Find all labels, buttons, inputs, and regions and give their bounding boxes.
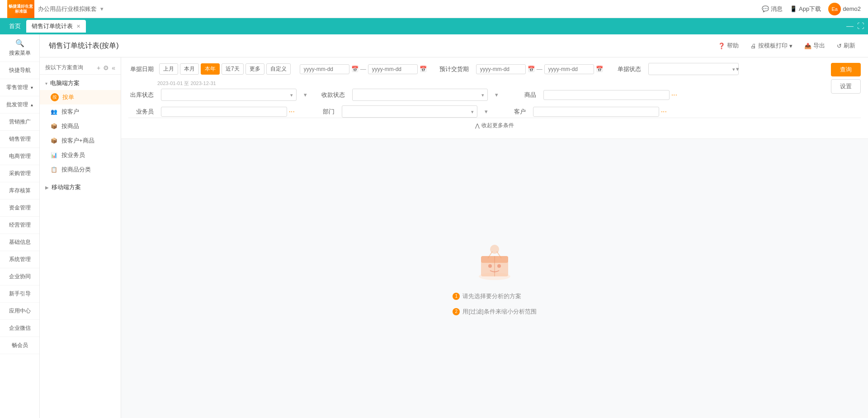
sidebar-search[interactable]: 🔍 搜索菜单 — [0, 34, 39, 62]
salesperson-more-icon[interactable]: ··· — [287, 108, 297, 116]
scheme-item-by-customer[interactable]: 👥 按客户 — [40, 104, 121, 119]
delivery-status-select[interactable] — [161, 89, 297, 101]
tab-stats-label: 销售订单统计表 — [32, 22, 73, 30]
date-this-year[interactable]: 本年 — [201, 63, 220, 75]
goods-scheme-icon: 📦 — [51, 123, 58, 129]
date-this-month[interactable]: 本月 — [180, 63, 199, 75]
delivery-status-label: 出库状态 — [128, 91, 154, 99]
help-button[interactable]: ❓ 帮助 — [714, 40, 742, 52]
tabbar: 首页 销售订单统计表 ✕ — ⛶ — [0, 18, 868, 34]
calendar-to-icon[interactable]: 📅 — [420, 66, 427, 72]
ecommerce-label: 电商管理 — [9, 152, 31, 160]
breadcrumb-arrow-icon[interactable]: ▾ — [100, 5, 104, 12]
scheme-group-mobile-header[interactable]: ▶ 移动端方案 — [40, 180, 121, 194]
sidebar-quick-nav[interactable]: 快捷导航 — [0, 62, 39, 79]
date-more[interactable]: 更多 — [245, 63, 264, 75]
customer-more-icon[interactable]: ··· — [659, 108, 669, 116]
wholesale-label: 批发管理 — [6, 101, 28, 109]
print-arrow-icon: ▾ — [789, 43, 793, 49]
export-button[interactable]: 📤 导出 — [801, 40, 829, 52]
sidebar-item-inventory[interactable]: 库存核算 — [0, 182, 39, 200]
wholesale-arrow-icon: ▴ — [31, 102, 33, 107]
scheme-add-button[interactable]: + — [97, 64, 100, 71]
export-label: 导出 — [813, 42, 825, 50]
sidebar-item-wechat[interactable]: 企业微信 — [0, 320, 39, 337]
sidebar: 🔍 搜索菜单 快捷导航 零售管理 ▾ 批发管理 ▴ 营销推广 销售管理 电商管理… — [0, 34, 40, 418]
sidebar-item-newbie[interactable]: 新手引导 — [0, 285, 39, 303]
sidebar-item-sales[interactable]: 销售管理 — [0, 131, 39, 148]
department-select[interactable] — [342, 105, 477, 118]
sidebar-item-system[interactable]: 系统管理 — [0, 251, 39, 268]
sidebar-item-ecommerce[interactable]: 电商管理 — [0, 148, 39, 165]
payment-status-select[interactable] — [352, 89, 488, 101]
scheme-item-by-cust-goods[interactable]: 📦 按客户+商品 — [40, 133, 121, 148]
sidebar-item-purchase[interactable]: 采购管理 — [0, 165, 39, 182]
scheme-settings-button[interactable]: ⚙ — [103, 64, 109, 71]
sidebar-item-operations[interactable]: 经营管理 — [0, 217, 39, 234]
sidebar-item-corp[interactable]: 企业协同 — [0, 268, 39, 285]
inventory-label: 库存核算 — [9, 187, 31, 195]
finance-label: 资金管理 — [9, 204, 31, 212]
filter-settings-button[interactable]: 设置 — [831, 79, 861, 94]
template-print-label: 按模板打印 — [758, 42, 788, 50]
scheme-group-mobile: ▶ 移动端方案 — [40, 179, 121, 196]
query-button[interactable]: 查询 — [831, 63, 861, 76]
delivery-from-input[interactable] — [476, 64, 526, 74]
logo-subtext: 标准版 — [15, 9, 27, 14]
sidebar-item-retail[interactable]: 零售管理 ▾ — [0, 79, 39, 96]
collapse-bar[interactable]: ⋀ 收起更多条件 — [128, 118, 861, 133]
payment-dropdown-icon: ▾ — [495, 91, 498, 98]
date-last-7[interactable]: 近7天 — [222, 63, 244, 75]
scheme-group-pc-header[interactable]: ▾ 电脑端方案 — [40, 76, 121, 90]
scheme-item-by-category[interactable]: 📋 按商品分类 — [40, 162, 121, 177]
sidebar-item-marketing[interactable]: 营销推广 — [0, 114, 39, 131]
minimize-button[interactable]: — — [846, 22, 854, 30]
scheme-item-by-sales[interactable]: 📊 按业务员 — [40, 148, 121, 162]
app-logo: 畅捷通好生意 标准版 — [7, 0, 34, 18]
customer-label: 客户 — [500, 108, 526, 116]
goods-label: 商品 — [511, 91, 536, 99]
maximize-button[interactable]: ⛶ — [857, 22, 864, 30]
logo-text: 畅捷通好生意 — [9, 4, 33, 9]
sidebar-item-basic[interactable]: 基础信息 — [0, 234, 39, 251]
goods-input[interactable] — [543, 90, 670, 100]
date-custom[interactable]: 自定义 — [266, 63, 291, 75]
scheme-panel-actions: + ⚙ « — [97, 64, 115, 71]
customer-input[interactable] — [533, 107, 659, 117]
sidebar-item-wholesale[interactable]: 批发管理 ▴ — [0, 96, 39, 114]
tab-home[interactable]: 首页 — [4, 20, 26, 33]
scheme-item-by-order[interactable]: 按 按单 — [40, 90, 121, 104]
empty-hint-2: 2 用[过滤]条件来缩小分析范围 — [453, 308, 536, 316]
refresh-button[interactable]: ↺ 刷新 — [833, 40, 859, 52]
tab-close-icon[interactable]: ✕ — [76, 24, 80, 29]
user-menu[interactable]: Ea demo2 — [828, 3, 861, 15]
date-to-input[interactable] — [368, 64, 418, 74]
sales-scheme-icon: 📊 — [51, 152, 58, 158]
chevron-up-icon: ⋀ — [475, 123, 480, 129]
scheme-item-by-goods[interactable]: 📦 按商品 — [40, 119, 121, 133]
date-from-input[interactable] — [300, 64, 349, 74]
svg-point-5 — [497, 264, 501, 268]
doc-status-select[interactable] — [648, 63, 739, 75]
filter-row-date: 单据日期 上月 本月 本年 近7天 更多 自定义 — [128, 63, 820, 75]
system-label: 系统管理 — [9, 256, 31, 263]
template-print-button[interactable]: 🖨 按模板打印 ▾ — [747, 40, 796, 52]
message-button[interactable]: 💬 消息 — [762, 5, 783, 13]
scheme-collapse-button[interactable]: « — [112, 64, 115, 71]
delivery-to-input[interactable] — [544, 64, 594, 74]
mobile-group-label: 移动端方案 — [52, 183, 81, 191]
sidebar-item-member[interactable]: 畅会员 — [0, 337, 39, 354]
tabbar-actions: — ⛶ — [846, 22, 864, 30]
calendar-from-icon[interactable]: 📅 — [351, 66, 359, 72]
sidebar-item-apps[interactable]: 应用中心 — [0, 303, 39, 320]
scheme-item-by-customer-label: 按客户 — [61, 108, 79, 116]
date-last-month[interactable]: 上月 — [159, 63, 178, 75]
app-download-button[interactable]: 📱 App下载 — [790, 5, 821, 13]
delivery-calendar-from-icon[interactable]: 📅 — [528, 66, 535, 72]
sidebar-item-finance[interactable]: 资金管理 — [0, 200, 39, 217]
delivery-calendar-to-icon[interactable]: 📅 — [596, 66, 603, 72]
empty-hint-1: 1 请先选择要分析的方案 — [453, 292, 536, 300]
salesperson-input[interactable] — [161, 107, 287, 117]
goods-more-icon[interactable]: ··· — [670, 91, 679, 99]
tab-stats[interactable]: 销售订单统计表 ✕ — [26, 20, 86, 33]
